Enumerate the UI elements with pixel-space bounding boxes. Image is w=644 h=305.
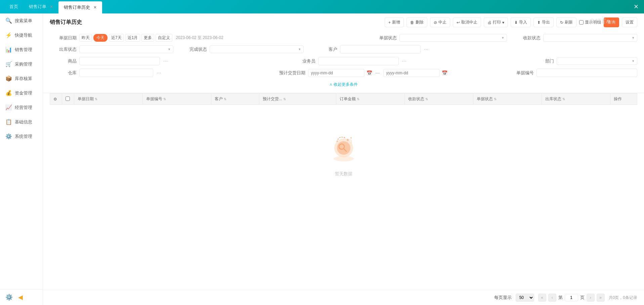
page-prev-button[interactable]: ‹ (548, 294, 556, 302)
page-next-button[interactable]: › (587, 294, 595, 302)
page-number-input[interactable] (565, 294, 578, 301)
customer-dots-icon[interactable]: ··· (424, 46, 428, 52)
cancel-stop-button[interactable]: ↩ 取消中止 (453, 17, 481, 27)
total-text: 共0页，0条记录 (609, 295, 637, 301)
display-toggle[interactable]: 显示明细 (579, 20, 601, 25)
delete-button[interactable]: 🗑 删除 (406, 17, 427, 27)
page-size-select[interactable]: 50 10 20 100 (516, 294, 534, 302)
import-label: 导入 (519, 20, 527, 25)
sort-pay-status[interactable]: 收款状态 ⇅ (408, 96, 470, 102)
sort-amount[interactable]: 订单金额 ⇅ (340, 96, 401, 102)
sidebar-item-search[interactable]: 🔍 搜索菜单 (0, 13, 43, 28)
order-status-select[interactable]: ▾ (399, 34, 507, 42)
settings-button[interactable]: 设置 (622, 17, 637, 27)
warehouse-input[interactable] (79, 69, 153, 77)
sidebar-item-quicknav[interactable]: ⚡ 快捷导航 (0, 28, 43, 42)
table-settings-icon[interactable]: ⚙ (53, 97, 57, 102)
select-all-checkbox[interactable] (66, 97, 70, 101)
inventory-icon: 📦 (5, 75, 12, 82)
window-close-button[interactable]: ✕ (632, 2, 640, 12)
expected-date-start[interactable] (308, 69, 364, 77)
pay-status-select[interactable]: ▾ (543, 34, 637, 42)
import-button[interactable]: ⬇ 导入 (511, 17, 531, 27)
sort-expected[interactable]: 预计交货... ⇅ (263, 96, 333, 102)
empty-illustration (327, 132, 360, 165)
sort-no[interactable]: 单据编号 ⇅ (146, 96, 208, 102)
th-pay-status: 收款状态 ⇅ (405, 93, 473, 105)
page-prev-icon: ‹ (552, 295, 553, 300)
page-last-button[interactable]: » (597, 294, 605, 302)
page-unit: 页 (580, 295, 585, 301)
th-ops-label: 操作 (614, 97, 622, 101)
btn-7days[interactable]: 近7天 (109, 34, 124, 42)
expected-date-label: 预计交货日期 (278, 70, 305, 76)
sidebar-item-operations[interactable]: 📈 经营管理 (0, 100, 43, 115)
sidebar-item-finance[interactable]: 💰 资金管理 (0, 86, 43, 100)
display-toggle-checkbox[interactable] (579, 20, 584, 25)
export-button[interactable]: ⬆ 导出 (533, 17, 554, 27)
order-status-arrow-icon: ▾ (502, 36, 504, 40)
customer-input[interactable] (340, 45, 421, 53)
query-button[interactable]: 查询 (604, 17, 619, 27)
tab-sales-order-close[interactable]: ✕ (50, 4, 53, 9)
goods-input[interactable] (79, 57, 160, 65)
salesperson-input[interactable] (318, 57, 399, 65)
th-customer-label: 客户 (215, 96, 223, 102)
salesperson-dots-icon[interactable]: ··· (402, 58, 406, 64)
sidebar-item-sales[interactable]: 📊 销售管理 (0, 42, 43, 57)
dept-select[interactable]: ▾ (557, 57, 637, 65)
sidebar-item-system[interactable]: ⚙️ 系统管理 (0, 129, 43, 144)
complete-status-select[interactable]: ▾ (210, 45, 304, 53)
sidebar-item-inventory[interactable]: 📦 库存核算 (0, 71, 43, 86)
sort-date[interactable]: 单据日期 ⇅ (78, 96, 139, 102)
tab-sales-order[interactable]: 销售订单 ✕ (24, 0, 58, 13)
sort-customer[interactable]: 客户 ⇅ (215, 96, 256, 102)
system-icon: ⚙️ (5, 133, 12, 140)
btn-today[interactable]: 今天 (93, 34, 108, 42)
dept-arrow-icon: ▾ (632, 59, 634, 63)
page-first-button[interactable]: « (538, 294, 546, 302)
btn-yesterday[interactable]: 昨天 (79, 34, 92, 42)
pay-status-arrow-icon: ▾ (632, 36, 634, 40)
btn-custom[interactable]: 自定义 (156, 34, 172, 42)
expected-date-end[interactable] (383, 69, 440, 77)
calendar-start-icon[interactable]: 📅 (367, 70, 372, 76)
sidebar-item-basic-info[interactable]: 📋 基础信息 (0, 115, 43, 129)
tab-sales-order-history-close[interactable]: ✕ (93, 5, 97, 10)
sort-order-status-icon: ⇅ (494, 97, 497, 101)
date-range-text: 2023-06-02 至 2023-06-02 (176, 35, 223, 41)
sort-order-status[interactable]: 单据状态 ⇅ (477, 96, 538, 102)
tab-home[interactable]: 首页 (4, 0, 24, 13)
new-button[interactable]: + 新增 (385, 17, 404, 27)
goods-dots-icon[interactable]: ··· (163, 58, 168, 64)
btn-more[interactable]: 更多 (141, 34, 154, 42)
tab-sales-order-history[interactable]: 销售订单历史 ✕ (58, 1, 102, 13)
top-bar-right: ✕ (632, 2, 640, 12)
stop-button[interactable]: ⊘ 中止 (430, 17, 450, 27)
print-icon: 🖨 (487, 20, 491, 25)
sidebar-collapse-icon[interactable]: ◀ (18, 294, 23, 301)
sidebar-item-finance-label: 资金管理 (15, 90, 32, 96)
sort-amount-icon: ⇅ (357, 97, 359, 101)
collapse-bar[interactable]: ∧ 收起更多条件 (50, 80, 637, 89)
warehouse-dots-icon[interactable]: ··· (157, 70, 161, 76)
warehouse-label: 仓库 (50, 70, 77, 76)
tab-sales-order-history-label: 销售订单历史 (64, 4, 90, 10)
sidebar-item-purchase[interactable]: 🛒 采购管理 (0, 57, 43, 71)
btn-1month[interactable]: 近1月 (125, 34, 140, 42)
sort-out-status[interactable]: 出库状态 ⇅ (545, 96, 607, 102)
out-status-arrow-icon: ▾ (168, 47, 170, 51)
sidebar-settings-icon[interactable]: ⚙️ (5, 294, 13, 301)
main-layout: 🔍 搜索菜单 ⚡ 快捷导航 📊 销售管理 🛒 采购管理 📦 库存核算 💰 资金管… (0, 13, 644, 305)
out-status-select[interactable]: ▾ (79, 45, 173, 53)
goods-filter-value: ··· (79, 57, 282, 65)
th-pay-status-label: 收款状态 (408, 96, 424, 102)
calendar-end-icon[interactable]: 📅 (442, 70, 447, 76)
refresh-button[interactable]: ↻ 刷新 (556, 17, 576, 27)
order-no-label: 单据编号 (507, 70, 534, 76)
order-no-input[interactable] (536, 69, 637, 77)
top-bar: 首页 销售订单 ✕ 销售订单历史 ✕ ✕ (0, 0, 644, 13)
sidebar-item-search-label: 搜索菜单 (15, 18, 32, 24)
page-header: 销售订单历史 + 新增 🗑 删除 ⊘ 中止 ↩ 取消中止 (43, 13, 644, 30)
print-button[interactable]: 🖨 打印 ▾ (484, 17, 508, 27)
